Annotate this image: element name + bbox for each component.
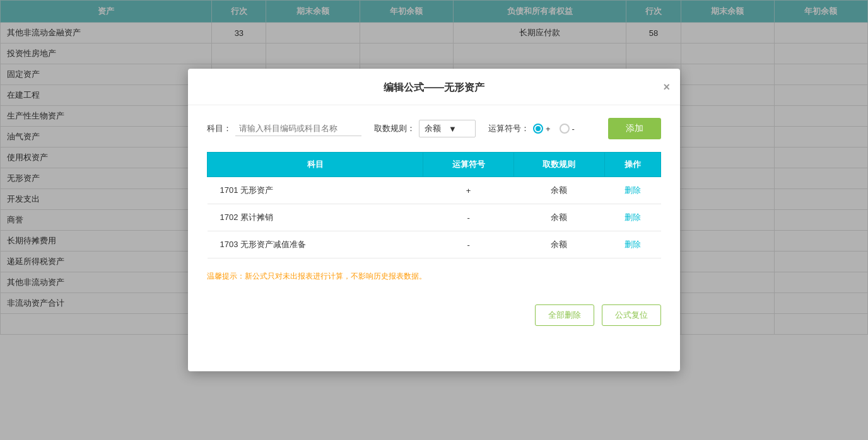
operator-minus-label: - [572,124,575,134]
modal-body: 科目： 取数规则： 余额 ▼ 运算符号： [188,105,680,294]
operator-label: 运算符号： [488,123,529,134]
subject-label: 科目： [207,123,232,134]
edit-formula-modal: 编辑公式——无形资产 × 科目： 取数规则： 余额 ▼ [188,69,680,371]
add-button[interactable]: 添加 [608,118,661,139]
rule-label: 取数规则： [374,123,415,134]
warning-text: 温馨提示：新公式只对未出报表进行计算，不影响历史报表数据。 [207,271,661,282]
modal-footer: 全部删除 公式复位 [188,294,680,339]
delete-all-button[interactable]: 全部删除 [535,304,594,326]
modal-header: 编辑公式——无形资产 × [188,69,680,105]
operator-plus-label: + [546,124,551,134]
col-action: 操作 [604,153,661,177]
radio-plus-circle [533,124,543,134]
row-rule: 余额 [513,231,604,258]
rule-value: 余额 [425,123,446,134]
subject-input[interactable] [235,121,361,136]
row-subject: 1701 无形资产 [208,177,423,204]
row-operator: - [423,204,514,231]
row-action[interactable]: 删除 [604,204,661,231]
row-rule: 余额 [513,204,604,231]
radio-minus-circle [560,124,570,134]
chevron-down-icon: ▼ [449,124,470,134]
formula-row: 1703 无形资产减值准备 - 余额 删除 [208,231,661,258]
row-operator: - [423,231,514,258]
row-rule: 余额 [513,177,604,204]
close-icon[interactable]: × [663,81,670,93]
operator-plus-radio[interactable]: + [533,124,551,134]
row-action[interactable]: 删除 [604,231,661,258]
operator-minus-radio[interactable]: - [560,124,575,134]
row-subject: 1703 无形资产减值准备 [208,231,423,258]
operator-group: 运算符号： + - [488,123,575,134]
rule-group: 取数规则： 余额 ▼ [374,120,476,137]
col-operator: 运算符号 [423,153,514,177]
formula-row: 1702 累计摊销 - 余额 删除 [208,204,661,231]
row-operator: + [423,177,514,204]
modal-overlay: 编辑公式——无形资产 × 科目： 取数规则： 余额 ▼ [0,0,868,440]
formula-row: 1701 无形资产 + 余额 删除 [208,177,661,204]
col-subject: 科目 [208,153,423,177]
formula-table: 科目 运算符号 取数规则 操作 1701 无形资产 + 余额 删除 1702 累… [207,152,661,258]
subject-group: 科目： [207,121,361,136]
operator-radio-group: + - [533,124,575,134]
row-action[interactable]: 删除 [604,177,661,204]
rule-select[interactable]: 余额 ▼ [419,120,476,137]
modal-title: 编辑公式——无形资产 [384,82,484,93]
formula-form-row: 科目： 取数规则： 余额 ▼ 运算符号： [207,118,661,139]
col-rule: 取数规则 [513,153,604,177]
row-subject: 1702 累计摊销 [208,204,423,231]
reset-formula-button[interactable]: 公式复位 [602,304,661,326]
